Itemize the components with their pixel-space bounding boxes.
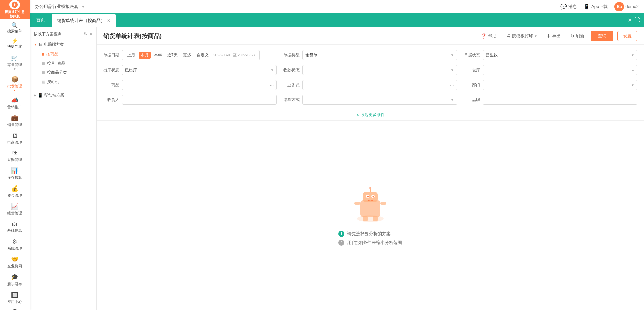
warehouse-input[interactable]: ···: [483, 65, 637, 75]
chevron-right-icon: ▶: [34, 93, 36, 97]
date-this-year-btn[interactable]: 本年: [152, 52, 164, 59]
receiver-dotdot-icon[interactable]: ···: [270, 97, 274, 102]
sidebar-item-guide[interactable]: 🎓 新手引导: [0, 271, 30, 289]
filter-section-desktop: ▼ 🖥 电脑端方案 按商品 ▦ 按月+商品 ▦ 按商品分类 ▦: [30, 40, 96, 89]
user-menu[interactable]: Ea demo2: [614, 2, 639, 11]
table-icon-1: ▦: [42, 61, 45, 66]
date-custom-btn[interactable]: 自定义: [195, 52, 211, 59]
product-dotdot-icon[interactable]: ···: [270, 82, 274, 88]
salesman-input[interactable]: ···: [302, 80, 457, 90]
phone-icon: 📱: [584, 4, 590, 10]
tab-close-icon[interactable]: ✕: [107, 18, 110, 23]
add-scheme-btn[interactable]: ＋: [77, 31, 82, 37]
sidebar-item-purchase[interactable]: 🛍 采购管理: [0, 147, 30, 164]
search-menu-btn[interactable]: 🔍 搜索菜单: [0, 19, 30, 36]
print-btn[interactable]: 🖨 按模板打印 ▼: [503, 32, 540, 40]
filter-section-desktop-header[interactable]: ▼ 🖥 电脑端方案: [30, 40, 96, 49]
filter-section-mobile-header[interactable]: ▶ 📱 移动端方案: [30, 90, 96, 100]
help-icon: ❓: [481, 33, 487, 39]
receiver-input[interactable]: ···: [122, 95, 277, 105]
tab-sales-stats[interactable]: 销货单统计表（按商品） ✕: [52, 14, 116, 28]
help-btn[interactable]: ❓ 帮助: [478, 32, 499, 40]
sidebar-item-corp[interactable]: 🤝 企业协同: [0, 253, 30, 271]
filter-item-by-printer[interactable]: ▦ 按司机: [30, 77, 96, 86]
refresh-scheme-btn[interactable]: ↻: [84, 31, 88, 37]
filter-out-field: 出库状态 已出库 ▼: [103, 65, 277, 75]
sidebar-item-appstore[interactable]: 🔲 应用中心: [0, 289, 30, 306]
filter-item-by-product[interactable]: 按商品: [32, 49, 94, 59]
tab-close-window-icon[interactable]: ✕: [628, 17, 632, 23]
step2-num: 2: [338, 240, 344, 246]
product-input[interactable]: ···: [122, 80, 277, 90]
sidebar-item-system[interactable]: ⚙ 系统管理: [0, 235, 30, 253]
export-icon: ⬇: [547, 33, 551, 39]
logo-icon: [9, 0, 20, 9]
step1-num: 1: [338, 231, 344, 237]
type-select[interactable]: 销货单 ▼: [302, 50, 457, 60]
date-7days-btn[interactable]: 近7天: [165, 52, 180, 59]
refresh-icon: ↻: [570, 33, 574, 39]
tab-home[interactable]: 首页: [30, 13, 52, 27]
app-name: 办公用品行业模拟账套: [35, 4, 78, 10]
out-label: 出库状态: [103, 67, 122, 73]
dropdown-arrow-icon[interactable]: ▼: [81, 5, 85, 9]
export-btn[interactable]: ⬇ 导出: [544, 32, 564, 40]
logo: 畅捷通好生意 标账版: [0, 0, 30, 19]
chevron-down-icon: ▼: [34, 43, 37, 46]
payment-label: 收款状态: [283, 67, 302, 73]
brand-label: 品牌: [464, 97, 483, 103]
collapse-more-btn[interactable]: ∧ 收起更多条件: [103, 109, 637, 120]
filter-item-by-category[interactable]: ▦ 按商品分类: [30, 68, 96, 77]
brand-input[interactable]: ···: [483, 95, 637, 105]
appstore-icon: 🔲: [11, 291, 18, 299]
date-picker[interactable]: 上月 本月 本年 近7天 更多 自定义 2023-03-01 至 2023-03…: [122, 50, 260, 60]
status-select[interactable]: 已生效 ▼: [483, 50, 637, 60]
dept-select[interactable]: ▼: [483, 80, 637, 90]
query-btn[interactable]: 查询: [591, 31, 613, 41]
salesman-dotdot-icon[interactable]: ···: [450, 82, 454, 88]
warehouse-dotdot-icon[interactable]: ···: [630, 67, 634, 73]
svg-point-6: [367, 196, 369, 198]
brand-dotdot-icon[interactable]: ···: [630, 97, 634, 102]
message-btn[interactable]: 💬 消息: [560, 4, 577, 10]
date-range-text: 2023-03-01 至 2023-03-31: [213, 53, 257, 58]
settle-select[interactable]: ▼: [302, 95, 457, 105]
status-label: 单据状态: [464, 52, 483, 58]
app-download-btn[interactable]: 📱 App下载: [584, 4, 608, 10]
warehouse-label: 仓库: [464, 67, 483, 73]
date-this-month-btn[interactable]: 本月: [139, 52, 151, 59]
collapse-sidebar-btn[interactable]: «: [90, 31, 92, 37]
main-area: 办公用品行业模拟账套 ▼ 💬 消息 📱 App下载 Ea demo2 首页 销货…: [30, 0, 644, 310]
sidebar-item-sales[interactable]: 💼 销售管理: [0, 112, 30, 130]
sidebar-item-operation[interactable]: 📈 经营管理: [0, 200, 30, 218]
content-area: 按以下方案查询 ＋ ↻ « ▼ 🖥 电脑端方案 按商品: [30, 27, 644, 310]
payment-select[interactable]: ▼: [302, 65, 457, 75]
sidebar: 畅捷通好生意 标账版 🔍 搜索菜单 ⚡ 快捷导航 🛒 零售管理 ▼ 📦 批发管理…: [0, 0, 30, 310]
refresh-btn[interactable]: ↻ 刷新: [568, 32, 587, 40]
quick-nav-btn[interactable]: ⚡ 快捷导航: [0, 36, 30, 50]
sidebar-item-basic[interactable]: 🗂 基础信息: [0, 218, 30, 235]
sidebar-item-ecommerce[interactable]: 🖥 电商管理: [0, 130, 30, 147]
type-dropdown-icon: ▼: [451, 53, 454, 57]
filter-sidebar: 按以下方案查询 ＋ ↻ « ▼ 🖥 电脑端方案 按商品: [30, 27, 97, 310]
filter-item-by-month-product[interactable]: ▦ 按月+商品: [30, 59, 96, 68]
sidebar-item-inventory[interactable]: 📊 库存核算: [0, 164, 30, 182]
sidebar-item-finance[interactable]: 💰 资金管理: [0, 182, 30, 200]
settings-btn[interactable]: 设置: [617, 31, 637, 41]
table-icon-2: ▦: [42, 70, 45, 75]
payment-dropdown-icon: ▼: [451, 68, 454, 72]
sidebar-item-marketing[interactable]: 📣 营销推广: [0, 94, 30, 112]
sidebar-item-wechat[interactable]: 💬 企业微信: [0, 306, 30, 310]
svg-rect-2: [360, 200, 380, 217]
filter-type-field: 单据类型 销货单 ▼: [283, 50, 457, 60]
date-last-month-btn[interactable]: 上月: [125, 52, 137, 59]
filter-product-field: 商品 ···: [103, 80, 277, 90]
out-select[interactable]: 已出库 ▼: [122, 65, 277, 75]
filter-row-4: 收货人 ··· 结算方式 ▼ 品牌: [103, 95, 637, 105]
date-more-btn[interactable]: 更多: [181, 52, 193, 59]
tab-fullscreen-icon[interactable]: ⛶: [635, 17, 640, 23]
sidebar-item-retail[interactable]: 🛒 零售管理 ▼: [0, 52, 30, 73]
sidebar-item-wholesale[interactable]: 📦 批发管理 ▲: [0, 73, 30, 94]
svg-rect-8: [354, 202, 360, 205]
avatar: Ea: [614, 2, 624, 11]
